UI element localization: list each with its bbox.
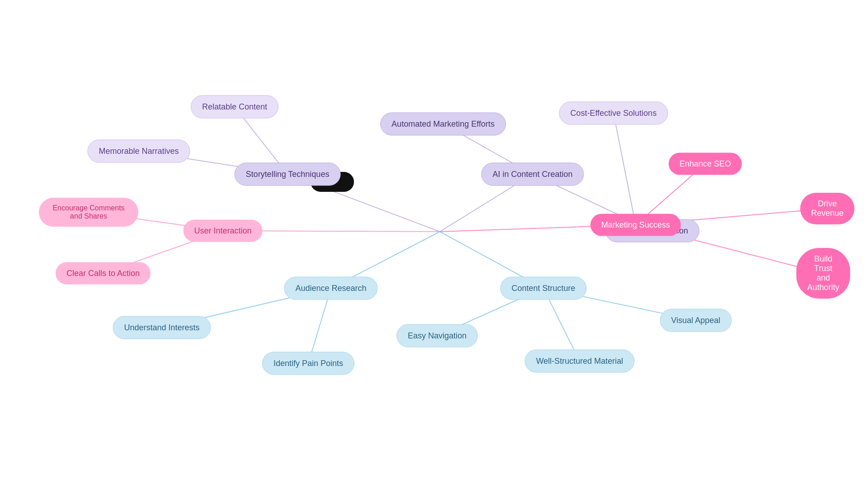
relatable-node[interactable]: Relatable Content xyxy=(191,95,278,119)
automated-node[interactable]: Automated Marketing Efforts xyxy=(380,113,506,136)
understand-node[interactable]: Understand Interests xyxy=(113,316,211,339)
drive-revenue-node[interactable]: Drive Revenue xyxy=(800,193,854,224)
visual-appeal-node[interactable]: Visual Appeal xyxy=(660,309,732,332)
enhance-seo-node[interactable]: Enhance SEO xyxy=(669,153,742,175)
user-interaction-node[interactable]: User Interaction xyxy=(183,220,262,242)
ai-content-node[interactable]: AI in Content Creation xyxy=(481,163,584,186)
marketing-node[interactable]: Marketing Success xyxy=(590,214,681,236)
well-structured-node[interactable]: Well-Structured Material xyxy=(525,350,635,373)
content-structure-node[interactable]: Content Structure xyxy=(500,277,586,300)
encourage-node[interactable]: Encourage Comments and Shares xyxy=(39,198,138,227)
easy-nav-node[interactable]: Easy Navigation xyxy=(396,324,478,347)
build-trust-node[interactable]: Build Trust and Authority xyxy=(796,248,850,299)
storytelling-node[interactable]: Storytelling Techniques xyxy=(235,163,341,186)
cost-effective-node[interactable]: Cost-Effective Solutions xyxy=(559,102,668,125)
clear-calls-node[interactable]: Clear Calls to Action xyxy=(56,262,151,285)
identify-node[interactable]: Identify Pain Points xyxy=(262,352,354,375)
memorable-node[interactable]: Memorable Narratives xyxy=(87,140,190,163)
audience-node[interactable]: Audience Research xyxy=(284,277,377,300)
